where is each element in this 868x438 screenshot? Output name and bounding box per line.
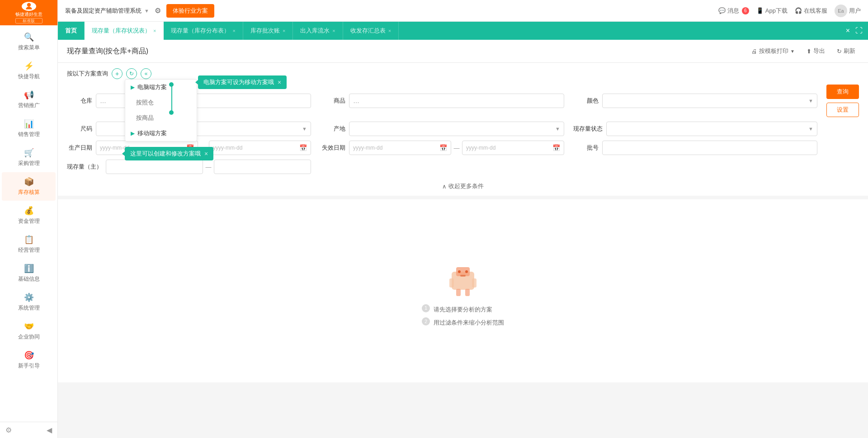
export-button[interactable]: ⬆ 导出 <box>803 45 829 57</box>
tab-close-icon[interactable]: × <box>232 28 235 33</box>
svg-rect-8 <box>456 289 461 296</box>
tab-inout-flow[interactable]: 出入库流水 × <box>293 22 343 40</box>
tab-close-icon[interactable]: × <box>283 28 285 33</box>
sidebar-item-sales[interactable]: 📊 销售管理 <box>2 114 56 143</box>
origin-input[interactable]: ▼ <box>349 122 564 136</box>
tab-fullscreen-icon[interactable]: ⛶ <box>854 25 864 37</box>
filter-add-button[interactable]: + <box>112 68 123 79</box>
filter-field-color: 颜色 ▼ <box>573 85 817 117</box>
tab-close-all-icon[interactable]: × <box>844 25 852 37</box>
filter-collapse-button[interactable]: ∧ 收起更多条件 <box>67 179 859 196</box>
sidebar-item-label: 系统管理 <box>18 304 40 312</box>
trial-button[interactable]: 体验行业方案 <box>166 4 214 18</box>
filter-field-batch: 批号 <box>573 141 817 155</box>
tab-inventory-dist[interactable]: 现存量（库存分布表） × <box>164 22 243 40</box>
color-input[interactable]: ▼ <box>602 94 817 108</box>
expire-date-end-placeholder: yyyy-mm-dd <box>466 145 495 151</box>
message-icon: 💬 <box>718 7 726 14</box>
warehouse-more-icon[interactable]: … <box>100 97 106 104</box>
sidebar-logo: 畅捷通好生意 标准版 <box>0 0 57 25</box>
tab-home[interactable]: 首页 <box>58 22 85 40</box>
inventory-icon: 📦 <box>24 177 34 187</box>
tab-inventory-status-label: 现存量（库存状况表） <box>92 27 151 35</box>
product-more-icon[interactable]: … <box>353 97 359 104</box>
operations-icon: 📋 <box>24 235 34 245</box>
quicknav-icon: ⚡ <box>24 61 34 71</box>
user-item[interactable]: Ea 用户 <box>835 5 861 17</box>
tooltip1-close-icon[interactable]: × <box>278 79 281 86</box>
tooltip2-close-icon[interactable]: × <box>204 150 208 157</box>
empty-text: 1 请先选择要分析的方案 2 用过滤条件来缩小分析范围 <box>422 304 504 328</box>
sidebar-item-basics[interactable]: ℹ️ 基础信息 <box>2 259 56 287</box>
produce-date-end-cal-icon: 📅 <box>299 144 307 151</box>
search-icon: 🔍 <box>24 32 34 42</box>
tab-batch-account[interactable]: 库存批次账 × <box>243 22 293 40</box>
stock-main-min-input[interactable] <box>106 160 203 174</box>
sidebar-item-purchase[interactable]: 🛒 采购管理 <box>2 143 56 172</box>
status-input[interactable]: ▼ <box>606 122 817 136</box>
scheme-item-by-product[interactable]: 按商品 <box>125 110 197 126</box>
svg-rect-5 <box>460 275 466 277</box>
filter-field-product: 商品 … <box>320 85 564 117</box>
stock-separator: — <box>205 164 212 170</box>
color-dropdown-icon: ▼ <box>808 98 813 104</box>
page-header: 现存量查询(按仓库+商品) 🖨 按模板打印 ▼ ⬆ 导出 ↻ 刷新 <box>58 40 868 63</box>
sidebar-item-guide[interactable]: 🎯 新手引导 <box>2 346 56 374</box>
sidebar-nav: 🔍 搜索菜单 ⚡ 快捷导航 📢 营销推广 📊 销售管理 🛒 采购管理 📦 库存核… <box>0 25 57 422</box>
search-button[interactable]: 查询 <box>826 85 859 99</box>
sidebar-item-label: 销售管理 <box>18 131 40 138</box>
refresh-button[interactable]: ↻ 刷新 <box>833 45 859 57</box>
filter-field-status: 现存量状态 ▼ <box>573 122 817 136</box>
tab-inventory-dist-label: 现存量（库存分布表） <box>171 27 230 35</box>
print-button[interactable]: 🖨 按模板打印 ▼ <box>748 45 798 57</box>
print-chevron-icon: ▼ <box>790 49 795 54</box>
connect-line <box>171 85 172 112</box>
sidebar-item-finance[interactable]: 💰 资金管理 <box>2 201 56 230</box>
product-input[interactable]: … <box>349 94 564 108</box>
tab-bar: 首页 现存量（库存状况表） × 现存量（库存分布表） × 库存批次账 × 出入库… <box>58 22 868 40</box>
tab-recv-summary-label: 收发存汇总表 <box>350 27 386 35</box>
color-label: 颜色 <box>573 97 599 105</box>
expire-date-end-input[interactable]: yyyy-mm-dd 📅 <box>462 141 564 155</box>
reset-button[interactable]: 设置 <box>826 103 859 117</box>
basics-icon: ℹ️ <box>24 264 34 273</box>
guide-icon: 🎯 <box>24 350 34 360</box>
empty-state-container: 1 请先选择要分析的方案 2 用过滤条件来缩小分析范围 <box>58 199 868 382</box>
enterprise-icon: 🤝 <box>24 321 34 331</box>
expire-date-start-placeholder: yyyy-mm-dd <box>353 145 382 151</box>
scheme-item-by-warehouse[interactable]: 按照仓 <box>125 95 197 110</box>
filter-back-button[interactable]: « <box>141 68 151 79</box>
system-icon: ⚙️ <box>24 292 34 302</box>
product-label: 商品 <box>320 97 345 105</box>
online-service-item[interactable]: 🎧 在线客服 <box>795 7 827 15</box>
sidebar-item-quicknav[interactable]: ⚡ 快捷导航 <box>2 57 56 85</box>
connect-dot-2 <box>169 110 174 115</box>
message-item[interactable]: 💬 消息 6 <box>718 7 749 15</box>
tab-close-icon[interactable]: × <box>153 28 156 33</box>
collapse-sidebar-icon[interactable]: ◀ <box>47 426 52 434</box>
tab-close-icon[interactable]: × <box>388 28 391 33</box>
svg-point-4 <box>465 270 468 273</box>
sidebar-item-marketing[interactable]: 📢 营销推广 <box>2 85 56 114</box>
app-download-item[interactable]: 📱 App下载 <box>756 7 788 15</box>
sidebar-item-operations[interactable]: 📋 经营管理 <box>2 230 56 259</box>
produce-date-end-input[interactable]: yyyy-mm-dd 📅 <box>209 141 311 155</box>
stock-main-max-input[interactable] <box>214 160 311 174</box>
page-title: 现存量查询(按仓库+商品) <box>67 47 148 56</box>
sales-icon: 📊 <box>24 119 34 129</box>
settings-footer-icon[interactable]: ⚙ <box>5 426 12 434</box>
settings-gear-icon[interactable]: ⚙ <box>155 6 161 15</box>
sidebar-item-inventory[interactable]: 📦 库存核算 <box>2 172 56 201</box>
sidebar-item-system[interactable]: ⚙️ 系统管理 <box>2 288 56 316</box>
tab-close-icon[interactable]: × <box>332 28 335 33</box>
tab-recv-summary[interactable]: 收发存汇总表 × <box>343 22 399 40</box>
filter-section: 按以下方案查询 + ↻ « ▶ 电脑端方案 按照仓 按商品 ▶ 移动端方案 <box>58 63 868 196</box>
expire-date-start-input[interactable]: yyyy-mm-dd 📅 <box>349 141 451 155</box>
filter-refresh-button[interactable]: ↻ <box>126 68 137 79</box>
sidebar-item-enterprise[interactable]: 🤝 企业协同 <box>2 317 56 345</box>
tab-inventory-status[interactable]: 现存量（库存状况表） × <box>85 22 164 40</box>
sidebar-item-search[interactable]: 🔍 搜索菜单 <box>2 28 56 56</box>
sidebar-item-label: 搜索菜单 <box>18 44 40 52</box>
page-actions: 🖨 按模板打印 ▼ ⬆ 导出 ↻ 刷新 <box>748 45 859 57</box>
batch-input[interactable] <box>602 141 817 155</box>
